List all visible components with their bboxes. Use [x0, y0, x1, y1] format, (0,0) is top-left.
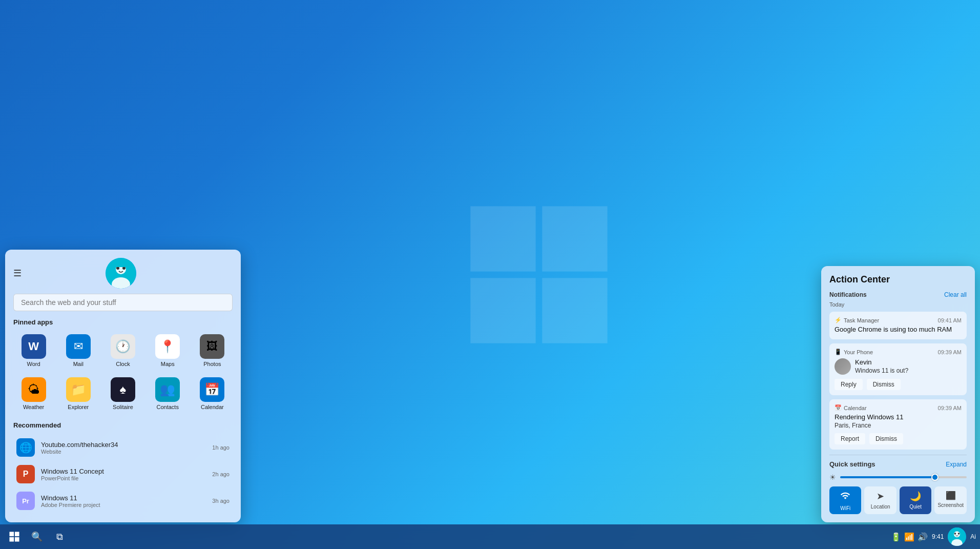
action-center-title: Action Center: [829, 274, 967, 285]
divider: [829, 455, 967, 455]
taskbar-time[interactable]: 9:41: [932, 533, 944, 540]
task-view-button[interactable]: ⧉: [49, 526, 70, 547]
notif-your-phone-app: 📱 Your Phone: [835, 349, 873, 355]
ai-label[interactable]: Ai: [970, 533, 976, 540]
user-avatar[interactable]: [106, 258, 136, 289]
rec-w11-time: 3h ago: [212, 498, 230, 504]
notif-calendar-header: 📅 Calendar 09:39 AM: [835, 404, 962, 411]
rec-w11concept-time: 2h ago: [212, 471, 230, 477]
rec-item-youtube[interactable]: 🌐 Youtube.com/thehacker34 Website 1h ago: [13, 434, 233, 461]
svg-rect-0: [471, 206, 536, 271]
photos-icon: 🖼: [200, 334, 224, 359]
rec-w11-icon: Pr: [16, 492, 35, 510]
windows-logo-watermark: [467, 203, 611, 347]
start-menu: ☰ Pinned apps W Word: [5, 250, 241, 522]
notif-task-manager[interactable]: ⚡ Task Manager 09:41 AM Google Chrome is…: [829, 312, 967, 339]
quick-settings-header: Quick settings Expand: [829, 460, 967, 468]
solitaire-label: Solitaire: [113, 404, 133, 410]
rec-w11concept-sub: PowerPoint file: [41, 475, 206, 481]
report-button[interactable]: Report: [835, 433, 865, 444]
rec-w11-info: Windows 11 Adobe Premiere project: [41, 494, 206, 508]
search-button[interactable]: 🔍: [27, 526, 47, 547]
taskbar-left: 🔍 ⧉: [4, 526, 70, 547]
search-icon: 🔍: [31, 531, 43, 542]
mail-icon: ✉: [66, 334, 91, 359]
search-input[interactable]: [13, 294, 233, 311]
quiet-button[interactable]: 🌙 Quiet: [900, 486, 931, 514]
recommended-title: Recommended: [13, 421, 233, 429]
contacts-icon: 👥: [155, 377, 180, 402]
quick-settings-buttons: WiFi ➤ Location 🌙 Quiet ⬛ Screenshot: [829, 486, 967, 514]
svg-point-18: [954, 533, 956, 535]
action-center: Action Center Notifications Clear all To…: [821, 266, 975, 522]
rec-youtube-info: Youtube.com/thehacker34 Website: [41, 441, 206, 455]
location-button[interactable]: ➤ Location: [864, 486, 896, 514]
rec-item-w11[interactable]: Pr Windows 11 Adobe Premiere project 3h …: [13, 487, 233, 514]
clear-all-button[interactable]: Clear all: [944, 291, 967, 298]
contacts-label: Contacts: [156, 404, 178, 410]
app-contacts[interactable]: 👥 Contacts: [148, 374, 188, 413]
word-icon: W: [22, 334, 46, 359]
app-maps[interactable]: 📍 Maps: [148, 331, 188, 370]
rec-w11-sub: Adobe Premiere project: [41, 502, 206, 508]
taskbar: 🔍 ⧉ 🔋 📶 🔊 9:41 Ai: [0, 524, 980, 549]
notif-your-phone[interactable]: 📱 Your Phone 09:39 AM Kevin Windows 11 i…: [829, 343, 967, 395]
explorer-label: Explorer: [68, 404, 89, 410]
photos-label: Photos: [203, 361, 221, 367]
solitaire-icon: ♠: [111, 377, 135, 402]
rec-w11concept-icon: P: [16, 465, 35, 483]
wifi-button[interactable]: WiFi: [829, 486, 861, 514]
notif-calendar-app: 📅 Calendar: [835, 404, 867, 411]
app-explorer[interactable]: 📁 Explorer: [58, 374, 98, 413]
svg-rect-14: [15, 537, 19, 542]
notif-kevin-name: Kevin: [855, 358, 908, 366]
notifications-header: Notifications Clear all: [829, 291, 967, 298]
expand-button[interactable]: Expand: [946, 461, 967, 468]
app-solitaire[interactable]: ♠ Solitaire: [102, 374, 143, 413]
location-label: Location: [871, 504, 890, 510]
notif-calendar[interactable]: 📅 Calendar 09:39 AM Rendering Windows 11…: [829, 399, 967, 450]
wifi-tray-icon: 📶: [904, 532, 914, 542]
pinned-apps-grid: W Word ✉ Mail 🕐 Clock 📍 Maps 🖼 Photos 🌤 …: [13, 331, 233, 413]
notif-kevin-message: Windows 11 is out?: [855, 367, 908, 374]
notif-calendar-sub: Paris, France: [835, 422, 962, 429]
notif-calendar-time: 09:39 AM: [938, 405, 962, 411]
quiet-icon: 🌙: [910, 491, 921, 502]
svg-rect-11: [9, 532, 14, 536]
notif-calendar-body: Rendering Windows 11: [835, 413, 962, 421]
maps-label: Maps: [161, 361, 175, 367]
app-calendar[interactable]: 📅 Calendar: [192, 374, 233, 413]
hamburger-button[interactable]: ☰: [13, 268, 22, 279]
dismiss-calendar-button[interactable]: Dismiss: [869, 433, 903, 444]
rec-w11-title: Windows 11: [41, 494, 206, 502]
maps-icon: 📍: [155, 334, 180, 359]
app-photos[interactable]: 🖼 Photos: [192, 331, 233, 370]
reply-button[interactable]: Reply: [835, 379, 863, 390]
quick-settings-label: Quick settings: [829, 460, 875, 468]
weather-label: Weather: [23, 404, 44, 410]
pinned-apps-title: Pinned apps: [13, 318, 233, 326]
dismiss-phone-button[interactable]: Dismiss: [867, 379, 901, 390]
app-weather[interactable]: 🌤 Weather: [13, 374, 54, 413]
calendar-icon: 📅: [200, 377, 224, 402]
today-label: Today: [829, 301, 967, 308]
app-word[interactable]: W Word: [13, 331, 54, 370]
screenshot-button[interactable]: ⬛ Screenshot: [934, 486, 967, 514]
start-button[interactable]: [4, 526, 25, 547]
rec-item-w11concept[interactable]: P Windows 11 Concept PowerPoint file 2h …: [13, 461, 233, 487]
app-clock[interactable]: 🕐 Clock: [102, 331, 143, 370]
rec-youtube-title: Youtube.com/thehacker34: [41, 441, 206, 449]
notifications-label: Notifications: [829, 291, 867, 298]
rec-youtube-time: 1h ago: [212, 444, 230, 451]
rec-w11concept-title: Windows 11 Concept: [41, 467, 206, 475]
app-mail[interactable]: ✉ Mail: [58, 331, 98, 370]
location-icon: ➤: [877, 491, 884, 502]
taskbar-avatar[interactable]: [948, 527, 966, 546]
svg-point-10: [119, 260, 123, 264]
notif-your-phone-actions: Reply Dismiss: [835, 379, 962, 390]
brightness-slider[interactable]: [840, 476, 967, 478]
svg-rect-1: [543, 206, 608, 271]
task-view-icon: ⧉: [56, 532, 63, 542]
your-phone-icon: 📱: [835, 349, 842, 355]
volume-icon: 🔊: [918, 532, 928, 542]
